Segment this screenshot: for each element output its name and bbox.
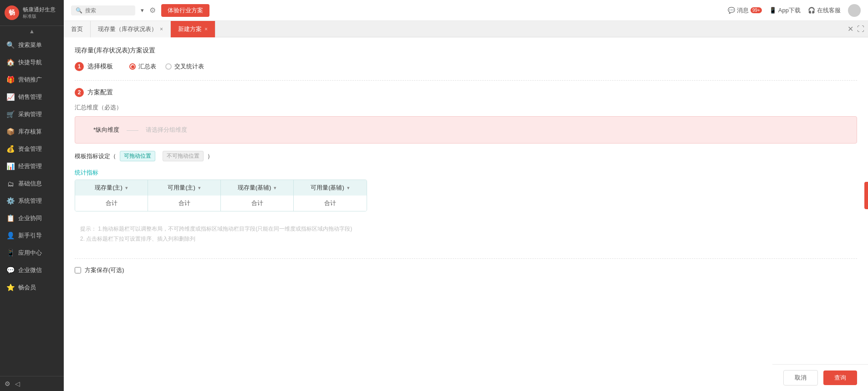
app-label: App下载 [778, 6, 801, 15]
sidebar-icon-newbie: 👤 [6, 232, 15, 240]
search-bar[interactable]: 🔍 [71, 5, 135, 15]
service-icon: 🎧 [808, 7, 815, 14]
msg-icon: 💬 [728, 7, 735, 14]
tab-new-scheme-close[interactable]: × [204, 26, 208, 32]
tab-inventory[interactable]: 现存量（库存状况表） × [91, 21, 171, 37]
tip-1: 提示： 1.拖动标题栏可以调整布局，不可跨维度或指标区域拖动栏目字段(只能在同一… [80, 224, 852, 234]
tab-close-icon[interactable]: ✕ [848, 25, 853, 33]
tab-expand-icon[interactable]: ⛶ [857, 25, 864, 33]
online-service-btn[interactable]: 🎧 在线客服 [808, 6, 841, 15]
industry-btn[interactable]: 体验行业方案 [161, 4, 209, 17]
sidebar-icon-contract: 📋 [6, 214, 15, 222]
content-inner: 现存量(库存状况表)方案设置 1 选择模板 汇总表 交叉统计表 [64, 37, 868, 391]
col-header-2-dropdown[interactable]: ▾ [274, 185, 276, 191]
app-download-btn[interactable]: 📱 App下载 [769, 6, 801, 15]
sidebar-bottom: ⚙ ◁ [0, 376, 64, 391]
tips-section: 提示： 1.拖动标题栏可以调整布局，不可跨维度或指标区域拖动栏目字段(只能在同一… [75, 219, 857, 249]
sidebar-label-search: 搜索菜单 [18, 41, 42, 49]
msg-btn[interactable]: 💬 消息 99+ [728, 6, 762, 15]
sidebar-item-shortcut[interactable]: 🏠 快捷导航 [0, 54, 64, 71]
sidebar-label-sales: 销售管理 [18, 93, 42, 101]
app-logo-icon: 畅 [5, 5, 19, 20]
sidebar-item-finance[interactable]: 💰 资金管理 [0, 140, 64, 158]
sidebar-label-system: 系统管理 [18, 197, 42, 205]
sidebar-item-member[interactable]: ⭐ 畅会员 [0, 279, 64, 296]
app-name-block: 畅康通好生意 标准版 [23, 6, 56, 20]
sidebar-icon-marketing: 🎁 [6, 76, 15, 84]
section-template: 1 选择模板 汇总表 交叉统计表 [75, 62, 857, 71]
sidebar-item-newbie[interactable]: 👤 新手引导 [0, 227, 64, 244]
sidebar-scroll-up[interactable]: ▲ [0, 26, 64, 36]
sidebar-item-contract[interactable]: 📋 企业协同 [0, 210, 64, 227]
sidebar-item-sales[interactable]: 📈 销售管理 [0, 88, 64, 106]
col-header-0-dropdown[interactable]: ▾ [125, 185, 128, 191]
sidebar-label-appstore: 应用中心 [18, 249, 42, 257]
app-name: 畅康通好生意 [23, 6, 56, 14]
sidebar-item-inventory[interactable]: 📦 库存核算 [0, 123, 64, 140]
page-title: 现存量(库存状况表)方案设置 [75, 46, 857, 55]
user-avatar[interactable] [848, 4, 861, 17]
radio-summary[interactable]: 汇总表 [129, 62, 156, 71]
vertical-dim-placeholder: 请选择分组维度 [146, 126, 187, 134]
cell-2-val: 合计 [251, 199, 263, 207]
topbar-dropdown[interactable]: ▾ [141, 7, 144, 14]
msg-label: 消息 [737, 6, 749, 15]
draggable-badge: 可拖动位置 [120, 151, 155, 161]
section2-num: 2 [75, 88, 84, 97]
col-header-3-dropdown[interactable]: ▾ [347, 185, 350, 191]
dropdown-chevron-icon: ▾ [141, 7, 144, 14]
settings-gear-icon[interactable]: ⚙ [149, 6, 156, 15]
save-checkbox[interactable] [75, 267, 81, 273]
sidebar-label-member: 畅会员 [18, 283, 36, 292]
cancel-button[interactable]: 取消 [783, 370, 818, 386]
query-button[interactable]: 查询 [823, 370, 857, 385]
sidebar-item-marketing[interactable]: 🎁 营销推广 [0, 71, 64, 88]
sidebar-label-marketing: 营销推广 [18, 76, 42, 84]
save-label: 方案保存(可选) [85, 266, 124, 274]
sidebar-logo: 畅 畅康通好生意 标准版 [0, 0, 64, 26]
cell-0-val: 合计 [106, 199, 117, 207]
radio-summary-label: 汇总表 [138, 62, 156, 71]
sidebar-item-appstore[interactable]: 📱 应用中心 [0, 244, 64, 262]
indicator-table-header: 现存量(主) ▾ 可用量(主) ▾ 现存量(基辅) ▾ 可用量(基辅) [75, 180, 367, 196]
col-header-1-label: 可用量(主) [168, 184, 195, 192]
right-edge-handle[interactable] [864, 182, 868, 209]
indicator-table: 现存量(主) ▾ 可用量(主) ▾ 现存量(基辅) ▾ 可用量(基辅) [75, 180, 367, 211]
indicator-config-label: 模板指标设定（ 可拖动位置 不可拖动位置 ） [75, 151, 857, 161]
vertical-dim-label: *纵向维度 [93, 126, 119, 134]
sidebar-icon-inventory: 📦 [6, 128, 15, 136]
section-divider-1 [75, 80, 857, 81]
cell-3: 合计 [294, 196, 367, 211]
sidebar-item-system[interactable]: ⚙️ 系统管理 [0, 192, 64, 210]
cell-2: 合计 [221, 196, 294, 211]
radio-cross-label: 交叉统计表 [174, 62, 204, 71]
sidebar-item-weixin[interactable]: 💬 企业微信 [0, 262, 64, 279]
tab-inventory-close[interactable]: × [160, 26, 163, 32]
search-input[interactable] [85, 7, 131, 14]
indicator-table-body: 合计 合计 合计 合计 [75, 196, 367, 211]
col-header-1-dropdown[interactable]: ▾ [198, 185, 201, 191]
sidebar-settings-btn[interactable]: ⚙ [5, 380, 10, 387]
section1-num: 1 [75, 62, 84, 71]
sidebar-label-inventory: 库存核算 [18, 128, 42, 136]
tabs-bar: 首页 现存量（库存状况表） × 新建方案 × ✕ ⛶ [64, 21, 868, 37]
col-header-0: 现存量(主) ▾ [75, 180, 148, 196]
sidebar-item-basic[interactable]: 🗂 基础信息 [0, 175, 64, 192]
col-header-3-label: 可用量(基辅) [311, 184, 344, 192]
tab-home[interactable]: 首页 [64, 21, 91, 37]
sidebar-collapse-btn[interactable]: ◁ [15, 380, 20, 387]
section1-header: 1 选择模板 汇总表 交叉统计表 [75, 62, 857, 71]
indicator-config-suffix: ） [207, 152, 213, 160]
content-area: 现存量(库存状况表)方案设置 1 选择模板 汇总表 交叉统计表 [64, 37, 868, 391]
radio-cross-circle [165, 63, 172, 70]
sidebar-icon-appstore: 📱 [6, 249, 15, 257]
sidebar-icon-finance: 💰 [6, 145, 15, 153]
tab-inventory-label: 现存量（库存状况表） [98, 25, 157, 33]
sidebar-item-search[interactable]: 🔍 搜索菜单 [0, 36, 64, 54]
tab-new-scheme[interactable]: 新建方案 × [171, 21, 215, 37]
vertical-dim-line: —— [127, 127, 138, 134]
radio-cross[interactable]: 交叉统计表 [165, 62, 204, 71]
sidebar-item-operation[interactable]: 📊 经营管理 [0, 158, 64, 175]
sidebar-item-purchase[interactable]: 🛒 采购管理 [0, 106, 64, 123]
service-label: 在线客服 [817, 6, 841, 15]
